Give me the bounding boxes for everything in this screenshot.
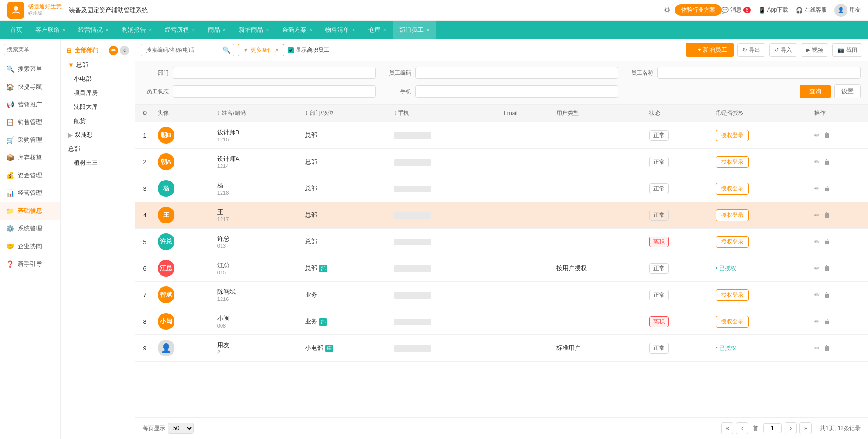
tab-customer[interactable]: 客户联络 × <box>29 21 72 39</box>
edit-btn[interactable]: ✏ <box>814 265 820 272</box>
sidebar-item-marketing[interactable]: 📢 营销推广 <box>0 96 60 113</box>
dept-item-shuanglu[interactable]: ▶ 双鹿想 <box>61 128 135 142</box>
dept-item-head[interactable]: ▼ 总部 <box>61 58 135 72</box>
page-size-select[interactable]: 50 100 <box>168 423 194 434</box>
tab-barcode[interactable]: 条码方案 × <box>276 21 319 39</box>
collapse-dept-btn[interactable]: « <box>120 46 129 55</box>
col-dept[interactable]: ↕ 部门/职位 <box>301 105 389 122</box>
dept-item-shenyang[interactable]: 沈阳大库 <box>61 100 135 114</box>
user-menu[interactable]: 👤 用友 <box>834 4 861 17</box>
tab-journey[interactable]: 经营历程 × <box>158 21 201 39</box>
delete-btn[interactable]: 🗑 <box>824 132 830 139</box>
empcode-input[interactable] <box>415 67 618 79</box>
sidebar-item-basic[interactable]: 📁 基础信息 <box>0 202 60 220</box>
auth-login-btn[interactable]: 授权登录 <box>716 316 749 328</box>
dept-item-xiaodibu[interactable]: 小电部 <box>61 72 135 86</box>
next-page-btn[interactable]: › <box>785 422 797 434</box>
last-page-btn[interactable]: » <box>799 422 812 434</box>
tab-new-goods[interactable]: 新增商品 × <box>232 21 275 39</box>
tab-warehouse[interactable]: 仓库 × <box>362 21 393 39</box>
online-service-btn[interactable]: 🎧 在线客服 <box>796 6 827 14</box>
sidebar-item-purchase[interactable]: 🛒 采购管理 <box>0 131 60 149</box>
auth-login-btn[interactable]: 授权登录 <box>716 156 749 168</box>
first-page-btn[interactable]: « <box>721 422 733 434</box>
auth-login-btn[interactable]: 授权登录 <box>716 130 749 141</box>
sidebar-item-search[interactable]: 🔍 搜索菜单 <box>0 60 60 78</box>
sidebar-search-input[interactable] <box>4 44 61 55</box>
tab-profit[interactable]: 利润报告 × <box>115 21 158 39</box>
tab-bom[interactable]: 物料清单 × <box>319 21 361 39</box>
delete-btn[interactable]: 🗑 <box>824 211 830 219</box>
col-phone[interactable]: ↕ 手机 <box>390 105 500 122</box>
edit-btn[interactable]: ✏ <box>814 318 820 325</box>
auth-login-btn[interactable]: 授权登录 <box>716 289 749 301</box>
more-conditions-btn[interactable]: ▼ 更多条件 ∧ <box>238 44 284 56</box>
auth-login-btn[interactable]: 授权登录 <box>716 236 749 248</box>
row-auth[interactable]: 授权登录 <box>712 122 811 149</box>
sidebar-item-inventory[interactable]: 📦 库存核算 <box>0 149 60 167</box>
tab-operation[interactable]: 经营情况 × <box>72 21 115 39</box>
row-auth[interactable]: 授权登录 <box>712 308 811 335</box>
add-employee-button[interactable]: + + 新增员工 <box>686 43 734 57</box>
row-auth[interactable]: 授权登录 <box>712 175 811 202</box>
delete-btn[interactable]: 🗑 <box>824 158 830 166</box>
col-settings[interactable]: ⚙ <box>135 105 154 122</box>
row-auth[interactable]: 授权登录 <box>712 202 811 229</box>
prev-page-btn[interactable]: ‹ <box>736 422 748 434</box>
edit-btn[interactable]: ✏ <box>814 211 820 219</box>
edit-btn[interactable]: ✏ <box>814 238 820 245</box>
dept-item-peihuo[interactable]: 配货 <box>61 114 135 128</box>
row-auth[interactable]: 授权登录 <box>712 229 811 255</box>
edit-dept-btn[interactable]: ✏ <box>109 46 118 55</box>
message-btn[interactable]: 💬 消息 6 <box>722 6 751 14</box>
view-button[interactable]: ▶ 视频 <box>801 43 828 57</box>
edit-btn[interactable]: ✏ <box>814 185 820 192</box>
auth-login-btn[interactable]: 授权登录 <box>716 209 749 221</box>
row-auth[interactable]: 授权登录 <box>712 149 811 175</box>
screenshot-button[interactable]: 📷 截图 <box>832 43 862 57</box>
import-button[interactable]: ↺ 导入 <box>769 43 797 57</box>
sidebar-item-nav[interactable]: 🏠 快捷导航 <box>0 78 60 96</box>
edit-btn[interactable]: ✏ <box>814 132 820 139</box>
delete-btn[interactable]: 🗑 <box>824 318 830 325</box>
search-input[interactable] <box>141 44 234 56</box>
settings-icon[interactable]: ⚙ <box>664 6 670 14</box>
sidebar-item-system[interactable]: ⚙️ 系统管理 <box>0 220 60 237</box>
dept-item-zongbu[interactable]: 总部 <box>61 142 135 156</box>
reset-button[interactable]: 设置 <box>834 84 861 98</box>
dept-select[interactable] <box>173 67 376 79</box>
edit-btn[interactable]: ✏ <box>814 344 820 352</box>
delete-btn[interactable]: 🗑 <box>824 238 830 245</box>
edit-btn[interactable]: ✏ <box>814 158 820 166</box>
sidebar-item-guide[interactable]: ❓ 新手引导 <box>0 255 60 273</box>
sidebar-item-finance[interactable]: 💰 资金管理 <box>0 167 60 184</box>
app-download-btn[interactable]: 📱 App下载 <box>758 6 788 14</box>
sidebar-item-mgmt[interactable]: 📊 经营管理 <box>0 184 60 202</box>
status-select[interactable] <box>173 85 376 98</box>
delete-btn[interactable]: 🗑 <box>824 344 830 352</box>
dept-item-xiangmu[interactable]: 项目库房 <box>61 86 135 100</box>
row-auth[interactable]: 授权登录 <box>712 282 811 308</box>
tab-dept-staff[interactable]: 部门员工 × <box>393 21 436 39</box>
auth-login-btn[interactable]: 授权登录 <box>716 183 749 195</box>
col-name[interactable]: ↕ 姓名/编码 <box>214 105 302 122</box>
export-button[interactable]: ↻ 导出 <box>737 43 765 57</box>
delete-btn[interactable]: 🗑 <box>824 291 830 299</box>
dept-item-zhishu[interactable]: 植树王三 <box>61 156 135 170</box>
delete-btn[interactable]: 🗑 <box>824 265 830 272</box>
show-resigned-checkbox[interactable] <box>288 47 294 53</box>
sidebar-item-collab[interactable]: 🤝 企业协同 <box>0 237 60 255</box>
tab-goods[interactable]: 商品 × <box>201 21 232 39</box>
row-auth: • 已授权 <box>712 335 811 362</box>
edit-btn[interactable]: ✏ <box>814 291 820 299</box>
purchase-icon: 🛒 <box>6 136 14 144</box>
page-input[interactable] <box>763 423 782 433</box>
sidebar-item-sales[interactable]: 📋 销售管理 <box>0 113 60 131</box>
query-button[interactable]: 查询 <box>800 85 831 98</box>
trial-button[interactable]: 体验行业方案 <box>675 4 722 16</box>
empname-input[interactable] <box>657 67 861 79</box>
tab-home[interactable]: 首页 <box>4 21 29 39</box>
col-ops: 操作 <box>811 105 868 122</box>
delete-btn[interactable]: 🗑 <box>824 185 830 192</box>
phone-input[interactable] <box>415 85 618 98</box>
